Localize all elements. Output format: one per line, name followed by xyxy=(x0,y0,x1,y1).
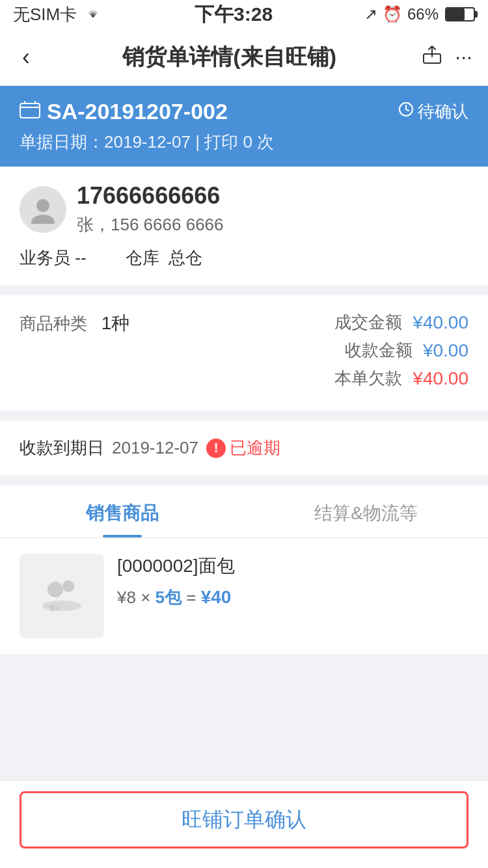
nav-bar: ‹ 销货单详情(来自旺铺) ··· xyxy=(0,29,488,86)
product-price-line: ¥8 × 5包 = ¥40 xyxy=(117,586,468,609)
wifi-icon xyxy=(83,5,103,25)
product-total: ¥40 xyxy=(201,587,232,607)
amounts-section: 商品种类 1种 成交金额 ¥40.00 收款金额 ¥0.00 本单欠款 ¥40.… xyxy=(0,295,488,411)
product-name: [0000002]面包 xyxy=(117,554,468,578)
share-button[interactable] xyxy=(422,45,442,70)
salesperson-value: -- xyxy=(75,248,86,267)
customer-info: 17666666666 张，156 6666 6666 xyxy=(77,182,224,236)
status-right: ↗ ⏰ 66% xyxy=(364,5,475,23)
product-section: 管+ [0000002]面包 ¥8 × 5包 = ¥40 xyxy=(0,538,488,654)
equals-sign: = xyxy=(186,588,200,607)
status-left: 无SIM卡 xyxy=(13,3,103,26)
owed-amount-line: 本单欠款 ¥40.00 xyxy=(334,367,468,390)
customer-name: 张，156 6666 6666 xyxy=(77,213,224,236)
svg-point-7 xyxy=(42,601,81,611)
tab-settlement[interactable]: 结算&物流等 xyxy=(244,485,488,537)
customer-row: 17666666666 张，156 6666 6666 xyxy=(20,182,468,236)
tab-products[interactable]: 销售商品 xyxy=(0,485,244,537)
location-icon: ↗ xyxy=(364,5,377,23)
svg-point-3 xyxy=(36,199,49,212)
svg-point-5 xyxy=(47,582,63,597)
overdue-warning-icon: ! xyxy=(206,439,226,458)
svg-rect-1 xyxy=(20,103,40,118)
customer-section: 17666666666 张，156 6666 6666 业务员 -- 仓库 总仓 xyxy=(0,167,488,285)
back-button[interactable]: ‹ xyxy=(16,37,36,77)
unit-price: ¥8 xyxy=(117,588,136,607)
product-thumbnail: 管+ xyxy=(20,554,104,638)
confirm-order-button[interactable]: 旺铺订单确认 xyxy=(20,791,468,848)
page-title: 销货单详情(来自旺铺) xyxy=(122,42,336,72)
order-header-top: SA-20191207-002 待确认 xyxy=(20,99,468,124)
warehouse-value: 总仓 xyxy=(169,248,202,267)
amounts-right: 成交金额 ¥40.00 收款金额 ¥0.00 本单欠款 ¥40.00 xyxy=(334,311,468,395)
order-header: SA-20191207-002 待确认 单据日期：2019-12-07 | 打印… xyxy=(0,86,488,167)
quantity: 5包 xyxy=(156,588,182,607)
received-amount: ¥0.00 xyxy=(423,340,468,361)
multiply-sign: × xyxy=(141,588,155,607)
more-button[interactable]: ··· xyxy=(455,45,472,69)
svg-text:管+: 管+ xyxy=(49,604,59,612)
status-time: 下午3:28 xyxy=(195,1,273,28)
battery-percent: 66% xyxy=(407,5,439,23)
alarm-icon: ⏰ xyxy=(383,5,402,23)
avatar xyxy=(20,186,66,233)
due-date-value: 2019-12-07 xyxy=(112,438,198,458)
owed-amount: ¥40.00 xyxy=(413,368,468,389)
order-number: SA-20191207-002 xyxy=(20,99,228,124)
category-value: 1种 xyxy=(102,313,130,333)
nav-actions: ··· xyxy=(422,45,472,70)
tabs-bar: 销售商品 结算&物流等 xyxy=(0,485,488,538)
order-status: 待确认 xyxy=(398,100,468,123)
amounts-row: 商品种类 1种 成交金额 ¥40.00 收款金额 ¥0.00 本单欠款 ¥40.… xyxy=(20,311,468,395)
overdue-text: 已逾期 xyxy=(230,437,280,459)
empty-area xyxy=(0,654,488,784)
transaction-amount-line: 成交金额 ¥40.00 xyxy=(334,311,468,334)
due-section: 收款到期日 2019-12-07 ! 已逾期 xyxy=(0,421,488,475)
carrier-text: 无SIM卡 xyxy=(13,3,77,26)
status-clock-icon xyxy=(398,102,414,122)
product-info: [0000002]面包 ¥8 × 5包 = ¥40 xyxy=(117,554,468,609)
status-bar: 无SIM卡 下午3:28 ↗ ⏰ 66% xyxy=(0,0,488,29)
order-icon xyxy=(20,99,40,124)
received-amount-line: 收款金额 ¥0.00 xyxy=(334,339,468,362)
bottom-bar: 旺铺订单确认 xyxy=(0,780,488,868)
order-meta: 单据日期：2019-12-07 | 打印 0 次 xyxy=(20,131,468,154)
customer-phone: 17666666666 xyxy=(77,182,224,210)
product-item: 管+ [0000002]面包 ¥8 × 5包 = ¥40 xyxy=(20,554,468,638)
warehouse-item: 仓库 总仓 xyxy=(126,247,202,269)
tabs-section: 销售商品 结算&物流等 管+ [0000002]面包 ¥8 × 5包 = xyxy=(0,485,488,654)
customer-details: 业务员 -- 仓库 总仓 xyxy=(20,247,468,269)
due-date-label: 收款到期日 xyxy=(20,437,104,459)
overdue-badge: ! 已逾期 xyxy=(206,437,280,459)
status-text: 待确认 xyxy=(418,100,468,123)
category-info: 商品种类 1种 xyxy=(20,311,129,336)
svg-point-4 xyxy=(31,215,55,224)
svg-point-6 xyxy=(62,580,74,592)
transaction-amount: ¥40.00 xyxy=(413,312,468,333)
battery-icon xyxy=(445,7,475,21)
salesperson-item: 业务员 -- xyxy=(20,247,87,269)
